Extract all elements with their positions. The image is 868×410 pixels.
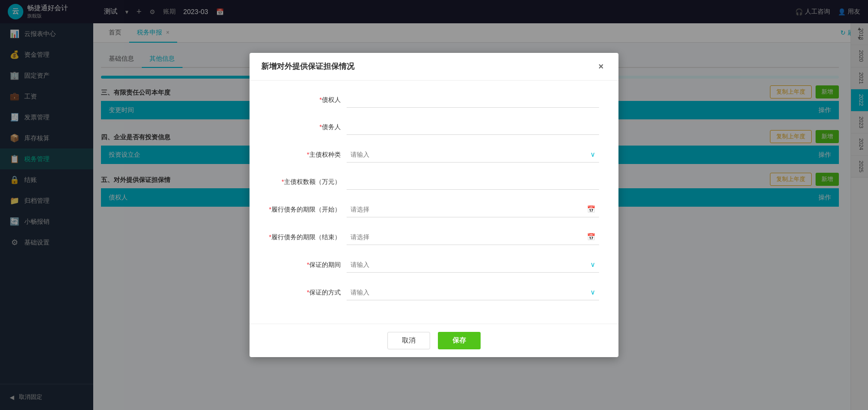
dialog-title: 新增对外提供保证担保情况 — [261, 62, 354, 72]
period-start-calendar-icon[interactable]: 📅 — [587, 205, 599, 213]
guarantee-period-arrow-icon: ∨ — [590, 261, 599, 268]
guarantee-method-wrapper: ∨ — [347, 284, 599, 300]
debtor-row: *债务人 — [269, 119, 599, 135]
period-end-row: *履行债务的期限（结束） 📅 — [269, 229, 599, 245]
guarantee-period-wrapper: ∨ — [347, 257, 599, 273]
dialog-close-button[interactable]: × — [595, 61, 607, 72]
guarantee-method-row: *保证的方式 ∨ — [269, 284, 599, 300]
period-start-row: *履行债务的期限（开始） 📅 — [269, 201, 599, 217]
period-end-label: *履行债务的期限（结束） — [269, 233, 347, 242]
period-end-calendar-icon[interactable]: 📅 — [587, 233, 599, 241]
debtor-input[interactable] — [347, 119, 599, 135]
cancel-button[interactable]: 取消 — [387, 332, 430, 349]
period-start-input[interactable] — [347, 201, 587, 217]
creditor-input[interactable] — [347, 92, 599, 108]
dialog-header: 新增对外提供保证担保情况 × — [250, 53, 618, 81]
claim-type-arrow-icon: ∨ — [590, 150, 599, 158]
dialog-body: *债权人 *债务人 *主债权种类 ∨ — [250, 81, 618, 324]
creditor-row: *债权人 — [269, 92, 599, 108]
guarantee-method-arrow-icon: ∨ — [590, 288, 599, 296]
guarantee-method-input[interactable] — [347, 284, 590, 300]
claim-type-input[interactable] — [347, 147, 590, 162]
guarantee-period-input[interactable] — [347, 257, 590, 272]
claim-amount-row: *主债权数额（万元） — [269, 174, 599, 190]
guarantee-period-row: *保证的期间 ∨ — [269, 257, 599, 273]
guarantee-period-label: *保证的期间 — [269, 261, 347, 269]
debtor-label: *债务人 — [269, 123, 347, 131]
period-end-input[interactable] — [347, 229, 587, 245]
save-button[interactable]: 保存 — [438, 332, 481, 349]
dialog-overlay: 新增对外提供保证担保情况 × *债权人 *债务人 * — [0, 0, 868, 410]
creditor-label: *债权人 — [269, 96, 347, 104]
dialog-footer: 取消 保存 — [250, 324, 618, 357]
guarantee-method-label: *保证的方式 — [269, 288, 347, 297]
claim-amount-input[interactable] — [347, 174, 599, 190]
period-start-label: *履行债务的期限（开始） — [269, 205, 347, 214]
add-guarantee-dialog: 新增对外提供保证担保情况 × *债权人 *债务人 * — [250, 53, 618, 357]
claim-type-row: *主债权种类 ∨ — [269, 147, 599, 163]
claim-type-label: *主债权种类 — [269, 150, 347, 159]
claim-amount-label: *主债权数额（万元） — [269, 178, 347, 186]
period-end-wrapper: 📅 — [347, 229, 599, 245]
period-start-wrapper: 📅 — [347, 201, 599, 217]
claim-type-wrapper: ∨ — [347, 147, 599, 163]
